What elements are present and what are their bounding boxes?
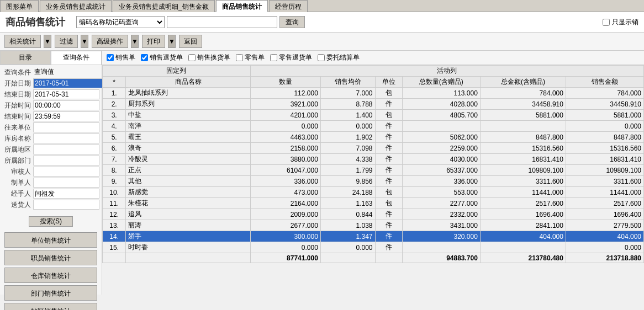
table-row[interactable]: 10.新感觉473.00024.188包553.00011441.0001144… xyxy=(103,187,644,198)
back-button[interactable]: 返回 xyxy=(179,35,202,48)
table-row[interactable]: 2.厨邦系列3921.0008.788件4028.00034458.910344… xyxy=(103,99,644,110)
unit-sales-stat-button[interactable]: 单位销售统计 xyxy=(4,232,97,248)
filter-end-time-input[interactable] xyxy=(33,111,99,121)
tab-business-history[interactable]: 经营历程 xyxy=(269,0,308,12)
related-stats-button[interactable]: 相关统计 xyxy=(4,35,41,48)
print-dropdown[interactable]: ▼ xyxy=(168,35,176,48)
checkbox-sales: 销售单 xyxy=(107,53,135,62)
tab-product-sales[interactable]: 商品销售统计 xyxy=(216,0,268,12)
filter-start-time-label: 开始时间 xyxy=(2,101,33,110)
filter-end-time-label: 结束时间 xyxy=(2,112,33,121)
col-avg-price-header: 销售均价 xyxy=(320,77,375,88)
filter-start-time-row: 开始时间 xyxy=(2,100,99,110)
footer-total-qty: 94883.700 xyxy=(402,253,480,263)
filter-warehouse-input[interactable] xyxy=(33,133,99,143)
retail-checkbox[interactable] xyxy=(236,54,243,61)
main-area: 销售单 销售退货单 销售换货单 零售单 零售退货单 委托结算单 xyxy=(102,51,644,295)
advanced-op-dropdown[interactable]: ▼ xyxy=(131,35,139,48)
sales-table: 固定列 活动列 * 商品名称 数量 销售均价 单位 总数量(含赠品) 总金额(含… xyxy=(102,65,644,263)
warehouse-sales-stat-button[interactable]: 仓库销售统计 xyxy=(4,268,97,283)
sales-checkbox[interactable] xyxy=(107,54,114,61)
footer-sale-amt: 213718.880 xyxy=(566,253,643,263)
col-unit-header: 单位 xyxy=(375,77,402,88)
filter-col-label: 查询条件 xyxy=(2,68,33,77)
filter-start-date-row: 开始日期 ... xyxy=(2,78,99,88)
filter-creator-input[interactable] xyxy=(33,178,99,188)
show-only-check[interactable] xyxy=(603,19,610,26)
search-button[interactable]: 查询 xyxy=(279,16,305,28)
sales-exchange-checkbox[interactable] xyxy=(188,54,196,61)
filter-dropdown[interactable]: ▼ xyxy=(81,35,88,48)
filter-end-time-row: 结束时间 xyxy=(2,111,99,121)
table-row[interactable]: 14.娇手300.0001.347件320.000404.000404.000 xyxy=(103,231,644,242)
table-row[interactable]: 4.南洋0.0000.000件0.000 xyxy=(103,121,644,132)
consignment-checkbox[interactable] xyxy=(318,54,325,61)
filter-end-date-row: 结束日期 xyxy=(2,89,99,99)
filter-end-date-input[interactable] xyxy=(33,89,99,99)
print-button[interactable]: 打印 xyxy=(142,35,165,48)
filter-partner-label: 往来单位 xyxy=(2,123,33,132)
main-toolbar: 相关统计 ▼ 过滤 ▼ 高级操作 ▼ 打印 ▼ 返回 xyxy=(0,33,644,51)
table-row[interactable]: 12.追风2009.0000.844件2332.0001696.4001696.… xyxy=(103,209,644,220)
sales-exchange-label: 销售换货单 xyxy=(197,53,230,62)
left-tabs: 目录 查询条件 xyxy=(0,51,102,65)
filter-region-row: 所属地区 xyxy=(2,145,99,154)
filter-col-value: 查询值 xyxy=(33,67,99,77)
filter-dept-row: 所属部门 xyxy=(2,156,99,165)
search-input[interactable] xyxy=(167,16,277,28)
filter-dept-input[interactable] xyxy=(33,156,99,165)
tab-figure-menu[interactable]: 图形菜单 xyxy=(0,0,39,12)
show-only-checkbox: 只显示销 xyxy=(603,18,638,27)
filter-region-input[interactable] xyxy=(33,145,99,154)
table-row[interactable]: 13.丽涛2677.0001.038件3431.0002841.1002779.… xyxy=(103,220,644,231)
footer-total-amt: 213780.480 xyxy=(480,253,566,263)
filter-dept-label: 所属部门 xyxy=(2,156,33,165)
filter-auditor-input[interactable] xyxy=(33,167,99,177)
table-row[interactable]: 3.中盐4201.0001.400包4805.7005881.0005881.0… xyxy=(103,110,644,121)
filter-partner-input[interactable] xyxy=(33,122,99,132)
checkbox-sales-return: 销售退货单 xyxy=(141,53,183,62)
filter-button[interactable]: 过滤 xyxy=(55,35,78,48)
filter-auditor-label: 审核人 xyxy=(2,167,33,177)
table-row[interactable]: 8.正点61047.0001.799件65337.000109809.10010… xyxy=(103,165,644,176)
filter-handler-input[interactable] xyxy=(33,189,99,199)
table-row[interactable]: 9.其他336.0009.856件336.0003311.6003311.600 xyxy=(103,176,644,187)
filter-grid: 查询条件 查询值 开始日期 ... 结束日期 开始时间 xyxy=(0,65,102,213)
staff-sales-stat-button[interactable]: 职员销售统计 xyxy=(4,250,97,265)
search-execute-button[interactable]: 搜索(S) xyxy=(29,216,73,227)
footer-empty3 xyxy=(320,253,375,263)
left-tab-filter[interactable]: 查询条件 xyxy=(51,51,102,65)
col-product-name-header: 商品名称 xyxy=(126,77,251,88)
table-row[interactable]: 5.霸王4463.0001.902件5062.0008487.8008487.8… xyxy=(103,132,644,143)
filter-creator-label: 制单人 xyxy=(2,178,33,188)
search-bar: 编码名称助记码查询 查询 xyxy=(76,16,597,28)
checkbox-retail: 零售单 xyxy=(236,53,265,62)
sales-return-checkbox[interactable] xyxy=(141,54,148,61)
left-tab-directory[interactable]: 目录 xyxy=(0,51,51,65)
filter-warehouse-row: 库房名称 xyxy=(2,133,99,143)
retail-return-checkbox[interactable] xyxy=(270,54,277,61)
footer-empty1 xyxy=(103,253,126,263)
tab-staff-sales-detail[interactable]: 业务员销售提成明细_销售金额 xyxy=(113,0,215,12)
doc-type-checkboxes: 销售单 销售退货单 销售换货单 零售单 零售退货单 委托结算单 xyxy=(102,51,644,65)
table-row[interactable]: 15.时时香0.0000.000件0.000 xyxy=(103,242,644,253)
filter-region-label: 所属地区 xyxy=(2,145,33,154)
filter-auditor-row: 审核人 xyxy=(2,167,99,177)
table-footer-row: 87741.000 94883.700 213780.480 213718.88… xyxy=(103,253,644,263)
region-sales-stat-button[interactable]: 地区销售统计 xyxy=(4,303,97,310)
table-row[interactable]: 1.龙凤抽纸系列112.0007.000包113.000784.000784.0… xyxy=(103,88,644,99)
table-row[interactable]: 11.朱槿花2164.0001.163包2277.0002517.6002517… xyxy=(103,198,644,209)
related-stats-dropdown[interactable]: ▼ xyxy=(44,35,51,48)
advanced-op-button[interactable]: 高级操作 xyxy=(92,35,128,48)
dept-sales-stat-button[interactable]: 部门销售统计 xyxy=(4,285,97,301)
table-row[interactable]: 6.浪奇2158.0007.098件2259.00015316.56015316… xyxy=(103,143,644,154)
table-row[interactable]: 7.冷酸灵3880.0004.338件4030.00016831.4101683… xyxy=(103,154,644,165)
tab-staff-sales-stats[interactable]: 业务员销售提成统计 xyxy=(40,0,112,12)
filter-delivery-label: 送货人 xyxy=(2,200,33,210)
filter-start-time-input[interactable] xyxy=(33,100,99,110)
filter-delivery-input[interactable] xyxy=(33,200,99,210)
footer-empty4 xyxy=(375,253,402,263)
search-type-select[interactable]: 编码名称助记码查询 xyxy=(76,16,165,28)
sales-label: 销售单 xyxy=(115,53,135,62)
filter-handler-label: 经手人 xyxy=(2,189,33,199)
